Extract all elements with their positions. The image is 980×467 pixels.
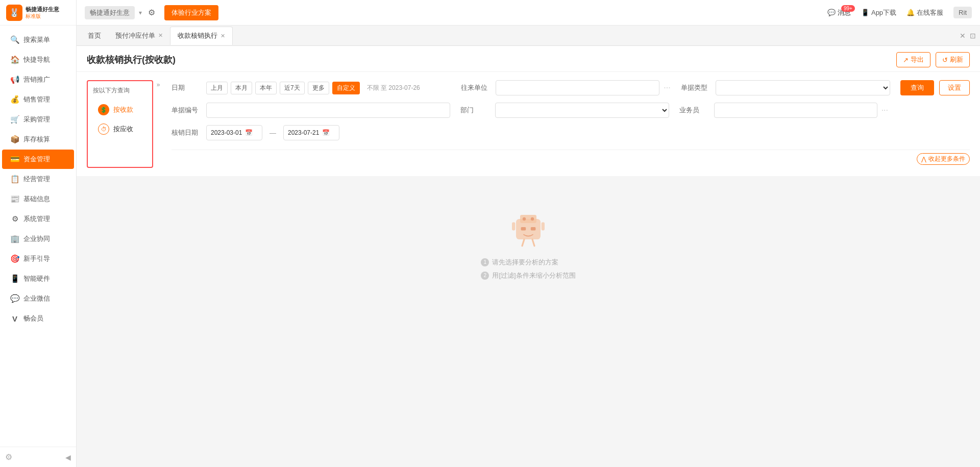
this-year-btn[interactable]: 本年 [255,82,277,94]
more-btn[interactable]: 更多 [308,82,329,94]
sidebar-item-label: 经营管理 [23,175,50,184]
tabbar-controls: ✕ ⊡ [960,32,976,40]
setting-button[interactable]: 设置 [939,80,970,95]
clerk-label: 业务员 [679,106,710,115]
tab-expand-icon[interactable]: ⊡ [970,32,976,40]
clerk-input[interactable] [714,103,877,118]
business-icon: 📋 [10,175,19,184]
info-icon: 📰 [10,194,19,204]
service-label: 在线客服 [917,8,943,17]
sidebar-item-label: 快捷导航 [23,55,50,64]
sidebar-item-basic-info[interactable]: 📰 基础信息 [2,189,74,209]
online-service-btn[interactable]: 🔔 在线客服 [906,8,943,17]
filter-right-panel: 日期 上月 本月 本年 近7天 更多 自定义 不限 至 2023-07-26 [172,80,970,168]
empty-tip-1: 1 请先选择要分析的方案 [481,256,575,269]
svg-rect-5 [531,227,536,230]
option-label: 按收款 [113,105,133,114]
tab-receipt-verify[interactable]: 收款核销执行 ✕ [170,27,233,45]
docno-input[interactable] [206,103,450,118]
collapse-sidebar-icon[interactable]: ◀ [65,453,71,461]
industry-btn[interactable]: 体验行业方案 [164,5,218,20]
query-button[interactable]: 查询 [900,80,934,95]
system-icon: ⚙ [10,214,19,224]
clerk-more-icon[interactable]: ··· [881,106,888,115]
filter-doc-type-item: 单据类型 [681,80,890,95]
brand-chevron-icon[interactable]: ▾ [139,9,142,16]
filter-section-title: 按以下方查询 [93,86,147,95]
collapse-filter-btn[interactable]: » [153,80,163,168]
svg-rect-7 [542,222,545,230]
sidebar-item-member[interactable]: V 畅会员 [2,309,74,328]
calendar-from-icon[interactable]: 📅 [245,129,253,136]
sidebar-item-label: 库存核算 [23,135,50,144]
sidebar-item-system[interactable]: ⚙ 系统管理 [2,209,74,229]
partner-input[interactable] [496,80,659,95]
sidebar-item-search[interactable]: 🔍 搜索菜单 [2,30,74,50]
page-header: 收款核销执行(按收款) ↗ 导出 ↺ 刷新 [77,46,980,72]
svg-line-8 [522,239,524,246]
sidebar-item-business[interactable]: 📋 经营管理 [2,169,74,189]
sidebar-item-wechat[interactable]: 💬 企业微信 [2,289,74,308]
this-month-btn[interactable]: 本月 [231,82,252,94]
tab-close-icon[interactable]: ✕ [220,33,225,39]
app-icon: 📱 [861,9,869,16]
doc-type-label: 单据类型 [681,83,712,92]
sidebar-item-label: 系统管理 [23,214,50,224]
topbar: 畅捷通好生意 ▾ ⚙ 体验行业方案 💬 消息 99+ 📱 App下载 🔔 在线客… [77,0,980,26]
collapse-label: 收起更多条件 [928,155,965,163]
topbar-brand: 畅捷通好生意 ▾ ⚙ 体验行业方案 [85,5,827,20]
tab-prepay[interactable]: 预付冲应付单 ✕ [108,27,170,45]
sidebar-item-label: 搜索菜单 [23,35,50,44]
partner-more-icon[interactable]: ··· [664,83,670,92]
enterprise-icon: 🏢 [10,234,19,243]
sidebar-item-quick-nav[interactable]: 🏠 快捷导航 [2,50,74,69]
tab-close-all-icon[interactable]: ✕ [960,32,966,40]
sidebar-item-inventory[interactable]: 📦 库存核算 [2,130,74,149]
sidebar-item-purchase[interactable]: 🛒 采购管理 [2,110,74,129]
filter-option-by-receivable[interactable]: ⏱ 按应收 [93,119,147,139]
sidebar-item-marketing[interactable]: 📢 营销推广 [2,70,74,89]
last-month-btn[interactable]: 上月 [206,82,228,94]
receipt-icon: 💲 [98,104,109,115]
sidebar-item-label: 资金管理 [23,155,50,164]
export-icon: ↗ [903,56,909,64]
refresh-button[interactable]: ↺ 刷新 [936,52,970,67]
collapse-more-btn[interactable]: ⋀ 收起更多条件 [917,153,970,165]
verify-date-label: 核销日期 [172,128,202,137]
filter-option-by-receipt[interactable]: 💲 按收款 [93,100,147,119]
tab-home[interactable]: 首页 [81,27,108,45]
message-badge: 99+ [841,5,855,12]
settings-icon[interactable]: ⚙ [5,452,12,462]
sidebar-item-hardware[interactable]: 📱 智能硬件 [2,269,74,288]
svg-rect-6 [512,222,515,230]
sidebar-item-enterprise[interactable]: 🏢 企业协同 [2,229,74,249]
last-7-btn[interactable]: 近7天 [280,82,305,94]
purchase-icon: 🛒 [10,115,19,124]
sidebar-nav: 🔍 搜索菜单 🏠 快捷导航 📢 营销推广 💰 销售管理 🛒 采购管理 📦 库存核… [0,26,76,447]
filter-dept-item: 部门 [460,103,669,118]
svg-rect-4 [521,227,526,230]
partner-label: 往来单位 [461,83,492,92]
calendar-to-icon[interactable]: 📅 [322,129,330,136]
gear-icon[interactable]: ⚙ [148,8,155,17]
doc-type-select[interactable] [716,80,890,95]
app-download-btn[interactable]: 📱 App下载 [861,8,896,17]
dept-select[interactable] [495,103,669,118]
verify-date-from-box[interactable]: 2023-03-01 📅 [206,125,262,140]
brand-name: 畅捷通好生意 [85,6,135,19]
member-icon: V [10,314,19,323]
export-button[interactable]: ↗ 导出 [896,52,930,67]
custom-btn[interactable]: 自定义 [332,82,360,94]
verify-date-to-box[interactable]: 2023-07-21 📅 [283,125,339,140]
sidebar-item-sales[interactable]: 💰 销售管理 [2,90,74,109]
sidebar-item-finance[interactable]: 💳 资金管理 [2,150,74,169]
message-btn[interactable]: 💬 消息 99+ [827,8,851,17]
tip-num-2: 2 [481,272,489,280]
empty-state: 1 请先选择要分析的方案 2 用[过滤]条件来缩小分析范围 [77,176,980,313]
user-avatar[interactable]: Rit [953,7,972,18]
marketing-icon: 📢 [10,75,19,84]
sidebar-item-guide[interactable]: 🎯 新手引导 [2,249,74,268]
date-buttons: 上月 本月 本年 近7天 更多 自定义 [206,82,360,94]
tab-close-icon[interactable]: ✕ [158,32,163,39]
page-actions: ↗ 导出 ↺ 刷新 [896,52,970,67]
